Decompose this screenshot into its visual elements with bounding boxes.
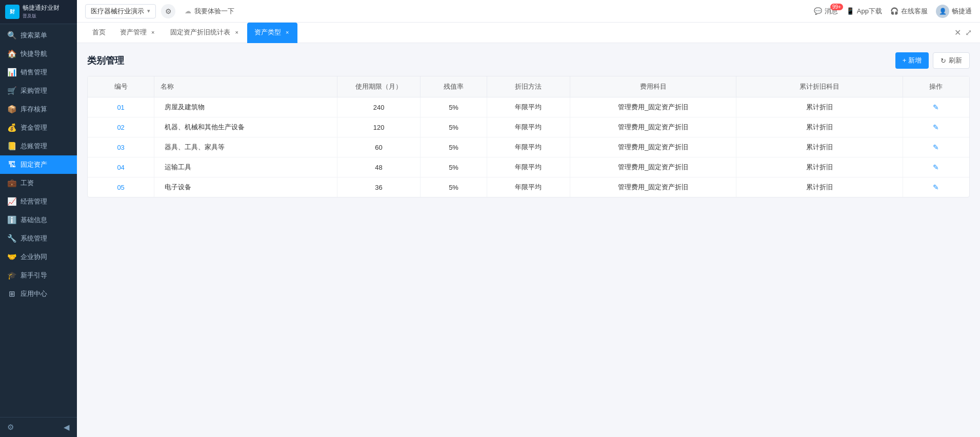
app-download-button[interactable]: 📱 App下载 (846, 7, 882, 16)
app-version: 普及版 (23, 13, 59, 19)
sidebar-item-fixed-assets[interactable]: 🏗 固定资产 (0, 155, 77, 174)
col-header-method: 折旧方法 (487, 76, 570, 97)
apps-icon: ⊞ (7, 289, 16, 299)
table-header-row: 编号 名称 使用期限（月） 残值率 折旧方法 费用科目 累计折旧科目 操作 (88, 76, 969, 97)
search-icon: 🔍 (7, 31, 16, 40)
close-window-icon[interactable]: ✕ (954, 28, 961, 37)
experience-button[interactable]: ☁ 我要体验一下 (181, 5, 238, 18)
online-service-button[interactable]: 🎧 在线客服 (890, 7, 928, 16)
col-header-residual: 残值率 (421, 76, 487, 97)
dropdown-icon: ▾ (147, 8, 150, 14)
cell-name: 机器、机械和其他生产设备 (154, 117, 337, 137)
sidebar-item-search[interactable]: 🔍 搜索菜单 (0, 26, 77, 45)
sidebar-item-system[interactable]: 🔧 系统管理 (0, 229, 77, 248)
context-selector[interactable]: 医疗器械行业演示 ▾ (85, 4, 156, 18)
online-service-label: 在线客服 (901, 7, 928, 16)
cell-expense: 管理费用_固定资产折旧 (570, 97, 736, 117)
edit-icon[interactable]: ✎ (933, 183, 939, 191)
tab-asset-type[interactable]: 资产类型 × (247, 23, 297, 43)
user-name: 畅捷通 (952, 7, 972, 16)
system-icon: 🔧 (7, 234, 16, 243)
sidebar-item-sales[interactable]: 📊 销售管理 (0, 63, 77, 82)
sidebar-item-operations[interactable]: 📈 经营管理 (0, 192, 77, 211)
sidebar-item-label: 库存核算 (21, 105, 47, 114)
col-header-code: 编号 (88, 76, 154, 97)
edit-icon[interactable]: ✎ (933, 103, 939, 111)
edit-icon[interactable]: ✎ (933, 143, 939, 151)
cell-code: 03 (88, 137, 154, 157)
sidebar-item-quick-nav[interactable]: 🏠 快捷导航 (0, 45, 77, 63)
phone-icon: 📱 (846, 7, 854, 15)
cell-name: 房屋及建筑物 (154, 97, 337, 117)
messages-button[interactable]: 💬 消息 99+ (814, 7, 838, 16)
sidebar-item-ledger[interactable]: 📒 总账管理 (0, 137, 77, 155)
tab-depreciation-table[interactable]: 固定资产折旧统计表 × (163, 23, 247, 43)
table-row: 02 机器、机械和其他生产设备 120 5% 年限平均 管理费用_固定资产折旧 … (88, 117, 969, 137)
message-icon: 💬 (814, 7, 822, 15)
sidebar-item-label: 快捷导航 (21, 49, 47, 58)
basic-info-icon: ℹ️ (7, 215, 16, 225)
sidebar-item-apps[interactable]: ⊞ 应用中心 (0, 285, 77, 303)
payroll-icon: 💼 (7, 178, 16, 188)
topbar: 医疗器械行业演示 ▾ ⚙ ☁ 我要体验一下 💬 消息 99+ 📱 App下载 🎧… (77, 0, 980, 23)
edit-icon[interactable]: ✎ (933, 123, 939, 131)
tab-asset-mgmt[interactable]: 资产管理 × (113, 23, 163, 43)
sidebar-item-label: 新手引导 (21, 271, 47, 280)
cell-accum: 累计折旧 (736, 117, 903, 137)
messages-badge: 99+ (830, 4, 843, 10)
cell-period: 48 (337, 157, 421, 177)
ledger-icon: 📒 (7, 142, 16, 151)
table-row: 04 运输工具 48 5% 年限平均 管理费用_固定资产折旧 累计折旧 ✎ (88, 157, 969, 177)
edit-icon[interactable]: ✎ (933, 163, 939, 171)
cell-name: 电子设备 (154, 177, 337, 197)
cell-accum: 累计折旧 (736, 97, 903, 117)
sidebar-item-label: 工资 (21, 178, 34, 188)
operations-icon: 📈 (7, 197, 16, 206)
sidebar-item-payroll[interactable]: 💼 工资 (0, 174, 77, 192)
gear-icon: ⚙ (165, 7, 172, 15)
page-header: 类别管理 + 新增 ↻ 刷新 (87, 52, 970, 69)
sidebar-item-label: 搜索菜单 (21, 31, 47, 40)
sidebar-item-purchase[interactable]: 🛒 采购管理 (0, 82, 77, 100)
table-row: 01 房屋及建筑物 240 5% 年限平均 管理费用_固定资产折旧 累计折旧 ✎ (88, 97, 969, 117)
main-content: 医疗器械行业演示 ▾ ⚙ ☁ 我要体验一下 💬 消息 99+ 📱 App下载 🎧… (77, 0, 980, 437)
topbar-settings-button[interactable]: ⚙ (161, 4, 175, 18)
tab-close-icon[interactable]: × (284, 29, 290, 36)
cell-name: 运输工具 (154, 157, 337, 177)
avatar: 👤 (936, 5, 949, 18)
category-table: 编号 名称 使用期限（月） 残值率 折旧方法 费用科目 累计折旧科目 操作 01… (87, 76, 970, 197)
sidebar-item-label: 总账管理 (21, 142, 47, 151)
cell-residual: 5% (421, 177, 487, 197)
new-button[interactable]: + 新增 (895, 52, 929, 69)
col-header-accum: 累计折旧科目 (736, 76, 903, 97)
sidebar-header: 财 畅捷通好业财 普及版 (0, 0, 77, 24)
cell-period: 60 (337, 137, 421, 157)
cell-code: 02 (88, 117, 154, 137)
maximize-icon[interactable]: ⤢ (965, 28, 972, 37)
collapse-icon[interactable]: ◀ (64, 423, 70, 432)
cell-expense: 管理费用_固定资产折旧 (570, 157, 736, 177)
sidebar-item-basic-info[interactable]: ℹ️ 基础信息 (0, 211, 77, 229)
purchase-icon: 🛒 (7, 86, 16, 95)
sidebar-item-inventory[interactable]: 📦 库存核算 (0, 100, 77, 118)
sidebar-item-guide[interactable]: 🎓 新手引导 (0, 266, 77, 285)
tab-home[interactable]: 首页 (85, 23, 113, 43)
cell-method: 年限平均 (487, 177, 570, 197)
cell-period: 120 (337, 117, 421, 137)
tab-close-icon[interactable]: × (150, 29, 156, 36)
funds-icon: 💰 (7, 123, 16, 132)
cell-expense: 管理费用_固定资产折旧 (570, 137, 736, 157)
cell-code: 04 (88, 157, 154, 177)
sidebar-item-enterprise[interactable]: 🤝 企业协同 (0, 248, 77, 266)
sidebar-footer: ⚙ ◀ (0, 417, 77, 437)
settings-footer-icon[interactable]: ⚙ (7, 423, 14, 432)
refresh-button[interactable]: ↻ 刷新 (933, 52, 970, 69)
headset-icon: 🎧 (890, 7, 898, 15)
sidebar-item-label: 资金管理 (21, 123, 47, 132)
user-profile[interactable]: 👤 畅捷通 (936, 5, 972, 18)
sidebar-item-label: 应用中心 (21, 289, 47, 299)
cell-action: ✎ (903, 117, 969, 137)
sidebar-item-funds[interactable]: 💰 资金管理 (0, 118, 77, 137)
tab-close-icon[interactable]: × (233, 29, 239, 36)
cell-expense: 管理费用_固定资产折旧 (570, 177, 736, 197)
